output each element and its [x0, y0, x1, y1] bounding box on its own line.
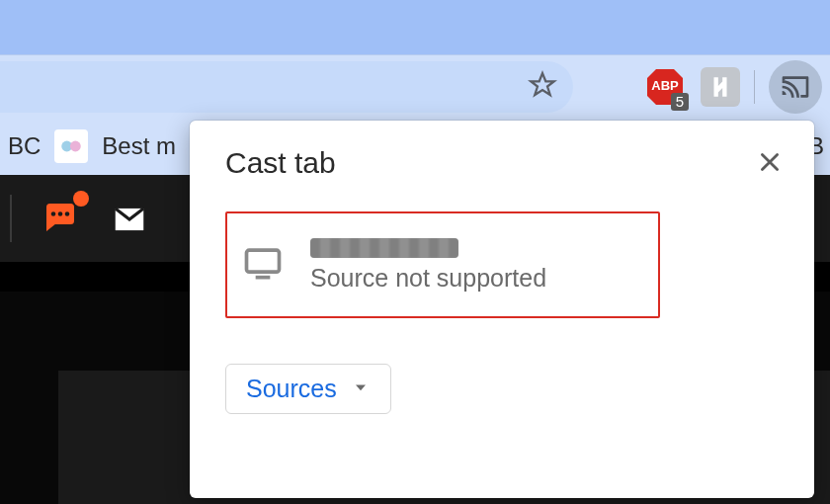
cast-device-item[interactable]: Source not supported [225, 211, 660, 318]
svg-point-4 [70, 141, 81, 152]
svg-point-5 [51, 211, 56, 216]
cast-device-status: Source not supported [310, 264, 546, 293]
header-divider [10, 195, 12, 242]
toolbar-separator [754, 70, 755, 104]
svg-point-7 [65, 211, 70, 216]
svg-rect-8 [247, 250, 280, 272]
cast-popup-title: Cast tab [225, 146, 336, 180]
honey-extension-icon[interactable] [701, 67, 740, 107]
mail-icon[interactable] [111, 201, 148, 242]
adblock-badge-count: 5 [671, 93, 689, 111]
cast-device-name-redacted [310, 238, 458, 258]
sources-button-label: Sources [246, 375, 337, 403]
tv-icon [241, 241, 285, 289]
omnibox[interactable] [0, 61, 573, 113]
bookmark-item[interactable]: Best m [102, 132, 176, 160]
adblock-extension-icon[interactable]: ABP 5 [643, 65, 687, 109]
bookmark-star-icon[interactable] [528, 70, 557, 104]
cast-popup-header: Cast tab [225, 142, 788, 184]
cast-popup: Cast tab Source not supported Sources [190, 121, 814, 498]
svg-text:ABP: ABP [651, 78, 679, 93]
browser-toolbar: ABP 5 [0, 54, 830, 118]
tabstrip-background [0, 0, 830, 54]
extensions-area: ABP 5 [643, 55, 830, 119]
close-icon[interactable] [751, 142, 788, 184]
svg-marker-0 [531, 73, 554, 95]
chevron-down-icon [351, 375, 371, 403]
chat-notification-dot [73, 191, 89, 207]
cast-toolbar-button[interactable] [769, 60, 822, 114]
bookmark-favicon[interactable] [54, 129, 88, 163]
svg-point-6 [58, 211, 63, 216]
cast-device-text: Source not supported [310, 238, 546, 293]
sources-button[interactable]: Sources [225, 364, 391, 414]
bookmark-item[interactable]: BC [8, 132, 41, 160]
